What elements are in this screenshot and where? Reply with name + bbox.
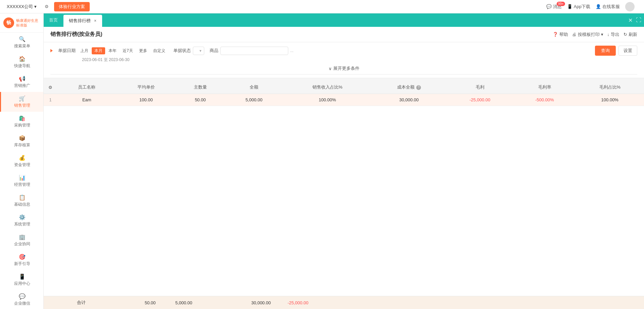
date-tab-prev-month[interactable]: 上月 [78, 47, 91, 54]
sidebar-item-quick-nav[interactable]: 🏠 快捷导航 [0, 52, 43, 72]
main-container: 畅 畅康通好生意 标准版 🔍 搜索菜单 🏠 快捷导航 📢 营销推广 🛒 销售管理… [0, 13, 644, 309]
sidebar-item-label: 采购管理 [14, 122, 30, 128]
sidebar-item-label: 资金管理 [14, 162, 30, 168]
tab-close-window-icon[interactable]: ✕ [628, 17, 633, 23]
table-header-row: ⚙ 员工名称 平均单价 主数量 全额 销售收入占比% 成本全额 ? 毛利 [44, 81, 644, 94]
cost-info-icon[interactable]: ? [416, 85, 421, 90]
filter-area: 单据日期 上月 本月 本年 近7天 更多 自定义 单据状态 [44, 42, 644, 78]
settings-button[interactable]: 设置 [618, 46, 637, 56]
data-table: ⚙ 员工名称 平均单价 主数量 全额 销售收入占比% 成本全额 ? 毛利 [44, 81, 644, 106]
footer-label: 合计 [61, 300, 101, 306]
finance-icon: 💰 [19, 155, 26, 161]
col-settings[interactable]: ⚙ [44, 81, 57, 94]
tab-bar-right: ✕ ⛶ [628, 13, 644, 27]
sidebar-item-label: 基础信息 [14, 202, 30, 207]
company-name: XXXXXX公司 [7, 4, 33, 10]
sidebar-item-operation[interactable]: 📊 经营管理 [0, 171, 43, 191]
tab-close-btn[interactable]: × [94, 18, 96, 23]
filter-toggle-btn[interactable] [50, 49, 53, 52]
expand-label: 展开更多条件 [333, 65, 359, 71]
sidebar-item-marketing[interactable]: 📢 营销推广 [0, 72, 43, 92]
print-btn[interactable]: 🖨 按模板打印 ▾ [572, 32, 603, 38]
cell-cost: 30,000.00 [372, 94, 446, 106]
expand-more-btn[interactable]: ∨ 展开更多条件 [329, 65, 359, 71]
sidebar-item-inventory[interactable]: 📦 库存核算 [0, 132, 43, 151]
filter-row: 单据日期 上月 本月 本年 近7天 更多 自定义 单据状态 [50, 46, 637, 56]
tab-home-label: 首页 [49, 17, 58, 23]
status-select-wrapper[interactable] [193, 47, 204, 55]
date-tab-7days[interactable]: 近7天 [120, 47, 136, 54]
cell-qty: 50.00 [176, 94, 225, 106]
sidebar-item-app-center[interactable]: 📱 应用中心 [0, 270, 43, 290]
table-footer: 合计 50.00 5,000.00 30,000.00 -25,000.00 [44, 296, 644, 309]
refresh-btn[interactable]: ↻ 刷新 [624, 32, 637, 38]
online-service-btn[interactable]: 👤 在线客服 [596, 4, 620, 10]
cell-sales-pct: 100.00% [283, 94, 372, 106]
sidebar-item-purchase[interactable]: 🛍️ 采购管理 [0, 112, 43, 132]
home-icon: 🏠 [19, 56, 26, 62]
help-btn[interactable]: ❓ 帮助 [553, 32, 568, 38]
date-tab-custom[interactable]: 自定义 [151, 47, 168, 54]
header-settings-btn[interactable]: ⚙ [42, 2, 51, 11]
col-gross-pct: 毛利占比% [576, 81, 644, 94]
sidebar: 畅 畅康通好生意 标准版 🔍 搜索菜单 🏠 快捷导航 📢 营销推广 🛒 销售管理… [0, 13, 44, 309]
sidebar-item-sales[interactable]: 🛒 销售管理 [0, 92, 43, 112]
tab-home[interactable]: 首页 [44, 13, 63, 27]
date-tab-current-month[interactable]: 本月 [92, 47, 105, 54]
company-selector[interactable]: XXXXXX公司 ▾ [4, 2, 39, 11]
sidebar-item-newbie[interactable]: 🎯 新手引导 [0, 250, 43, 270]
app-download-btn[interactable]: 📱 App下载 [567, 4, 590, 10]
expand-icon: ∨ [329, 66, 332, 71]
user-avatar[interactable] [625, 2, 635, 11]
system-icon: ⚙️ [19, 214, 26, 220]
sidebar-item-search[interactable]: 🔍 搜索菜单 [0, 33, 43, 52]
sales-icon: 🛒 [19, 95, 26, 102]
print-dropdown-icon: ▾ [601, 32, 603, 37]
date-label: 单据日期 [58, 48, 76, 54]
goods-input[interactable] [220, 47, 288, 55]
query-button[interactable]: 查询 [595, 46, 616, 56]
date-tabs: 上月 本月 本年 近7天 更多 自定义 [78, 47, 168, 54]
sidebar-item-label: 企业微信 [14, 301, 30, 306]
cell-avg-price: 100.00 [117, 94, 176, 106]
trial-button[interactable]: 体验行业方案 [54, 2, 90, 11]
tab-sales-ranking[interactable]: 销售排行榜 × [63, 15, 102, 27]
inventory-icon: 📦 [19, 135, 26, 141]
sidebar-item-label: 营销推广 [14, 83, 30, 89]
export-icon: ↓ [607, 32, 610, 37]
goods-filter: 商品 ... [210, 47, 294, 55]
sidebar-logo: 畅 畅康通好生意 标准版 [0, 13, 43, 33]
status-filter: 单据状态 [173, 47, 204, 55]
export-btn[interactable]: ↓ 导出 [607, 32, 620, 38]
col-avg-price: 平均单价 [117, 81, 176, 94]
sidebar-item-label: 搜索菜单 [14, 43, 30, 49]
goods-more-icon[interactable]: ... [290, 48, 294, 53]
sidebar-item-wechat[interactable]: 💬 企业微信 [0, 290, 43, 309]
column-settings-icon[interactable]: ⚙ [48, 85, 52, 90]
cell-gross-rate: -500.00% [514, 94, 576, 106]
goods-label: 商品 [210, 48, 218, 54]
expand-more-row: ∨ 展开更多条件 [50, 63, 637, 74]
date-tab-more[interactable]: 更多 [136, 47, 150, 54]
online-service-label: 在线客服 [602, 4, 620, 10]
col-gross: 毛利 [446, 81, 513, 94]
top-right-area: 💬 消息 99+ 📱 App下载 👤 在线客服 [546, 2, 640, 11]
logo-icon: 畅 [3, 17, 14, 28]
status-select[interactable] [193, 47, 204, 55]
sidebar-item-finance[interactable]: 💰 资金管理 [0, 151, 43, 171]
sidebar-item-enterprise[interactable]: 🏢 企业协同 [0, 230, 43, 250]
sidebar-item-label: 应用中心 [14, 281, 30, 287]
date-tab-current-year[interactable]: 本年 [106, 47, 119, 54]
download-icon: 📱 [567, 4, 572, 9]
sidebar-item-system[interactable]: ⚙️ 系统管理 [0, 211, 43, 230]
page-title: 销售排行榜(按业务员) [50, 31, 102, 38]
notification-btn[interactable]: 💬 消息 99+ [546, 4, 562, 10]
tab-maximize-icon[interactable]: ⛶ [636, 17, 641, 23]
help-label: 帮助 [559, 32, 568, 38]
cell-name: Eam [57, 94, 117, 106]
refresh-icon: ↻ [624, 32, 627, 37]
app-download-label: App下载 [574, 4, 590, 10]
app-center-icon: 📱 [19, 273, 26, 280]
sidebar-item-base-info[interactable]: 📋 基础信息 [0, 191, 43, 211]
help-icon: ❓ [553, 32, 558, 37]
